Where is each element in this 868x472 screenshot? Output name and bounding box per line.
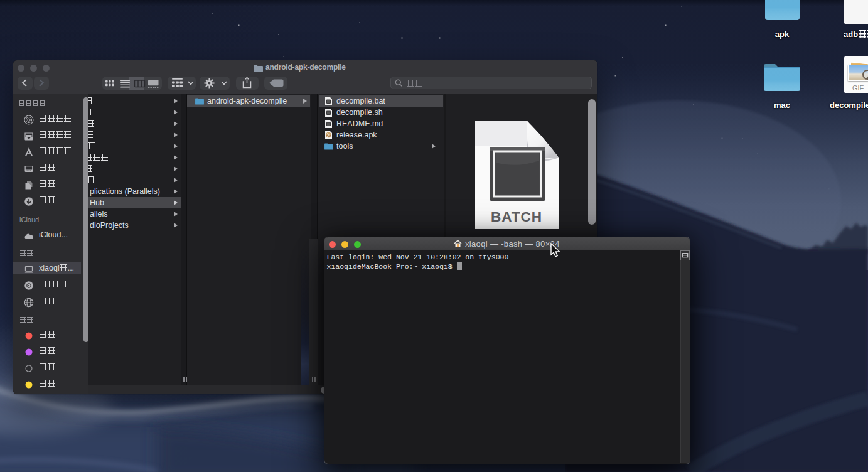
svg-text:BATCH: BATCH	[491, 209, 542, 225]
